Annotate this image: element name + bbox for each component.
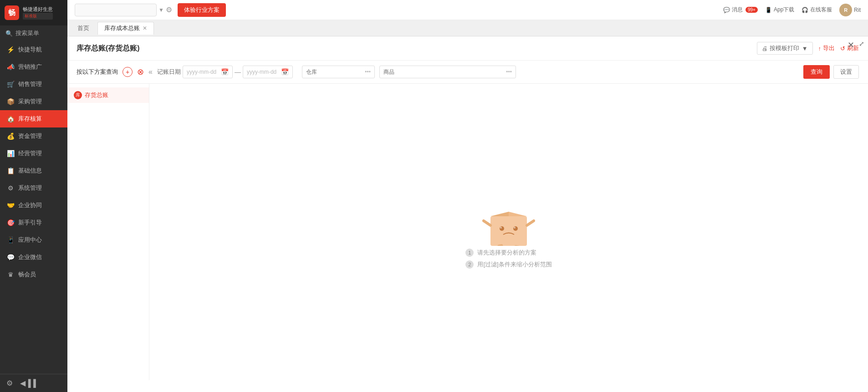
sidebar: 畅 畅捷通好生意 标准版 🔍 搜索菜单 ⚡ 快捷导航 📣 营销推广 🛒 销售管理… xyxy=(0,0,67,392)
cooperation-icon: 🤝 xyxy=(6,201,15,209)
svg-marker-2 xyxy=(509,212,527,216)
app-name: 畅捷通好生意 xyxy=(23,6,53,13)
topbar-chevron-icon[interactable]: ▼ xyxy=(158,7,164,13)
message-label: 消息 xyxy=(732,6,743,14)
finance-icon: 💰 xyxy=(6,132,15,140)
sidebar-item-inventory[interactable]: 🏠 库存核算 xyxy=(0,110,67,127)
sidebar-item-sales[interactable]: 🛒 销售管理 xyxy=(0,76,67,93)
filter-bar: 按以下方案查询 + ⊗ « 记账日期 yyyy-mm-dd 📅 — yyyy-m… xyxy=(67,61,868,84)
sidebar-item-label: 资金管理 xyxy=(18,132,42,140)
svg-point-5 xyxy=(500,227,502,229)
sidebar-bottom: ⚙ ◀▐▐ xyxy=(0,374,67,392)
industry-btn[interactable]: 体验行业方案 xyxy=(178,3,226,17)
calendar-end-icon[interactable]: 📅 xyxy=(281,68,289,76)
sidebar-item-new-guide[interactable]: 🎯 新手引导 xyxy=(0,214,67,231)
sidebar-item-label: 企业微信 xyxy=(18,253,42,261)
scheme-item-inventory-ledger[interactable]: 库 存货总账 xyxy=(67,87,149,103)
svg-marker-1 xyxy=(490,212,509,216)
date-separator: — xyxy=(235,68,241,76)
print-label: 按模板打印 xyxy=(770,44,799,52)
svg-point-3 xyxy=(500,226,504,231)
system-icon: ⚙ xyxy=(6,184,15,192)
empty-svg xyxy=(481,196,536,246)
sidebar-nav: ⚡ 快捷导航 📣 营销推广 🛒 销售管理 📦 采购管理 🏠 库存核算 💰 资金管… xyxy=(0,41,67,374)
sidebar-item-operations[interactable]: 📊 经营管理 xyxy=(0,145,67,162)
sidebar-item-label: 系统管理 xyxy=(18,184,42,192)
empty-tip-2: 2 用[过滤]条件来缩小分析范围 xyxy=(465,260,551,269)
sidebar-item-system[interactable]: ⚙ 系统管理 xyxy=(0,179,67,197)
warehouse-more-icon[interactable]: ••• xyxy=(365,69,371,75)
query-button[interactable]: 查询 xyxy=(803,65,830,79)
warehouse-filter[interactable]: 仓库 ••• xyxy=(302,66,375,78)
logo-text-area: 畅捷通好生意 标准版 xyxy=(23,6,53,20)
filter-collapse-button[interactable]: « xyxy=(148,68,153,76)
settings-button[interactable]: 设置 xyxy=(833,65,859,79)
filter-add-button[interactable]: + xyxy=(123,67,133,77)
page-expand-button[interactable]: ⤢ xyxy=(859,40,864,47)
purchase-icon: 📦 xyxy=(6,97,15,106)
sidebar-item-finance[interactable]: 💰 资金管理 xyxy=(0,127,67,145)
tab-home[interactable]: 首页 xyxy=(71,22,96,35)
date-input-group: 记账日期 yyyy-mm-dd 📅 — yyyy-mm-dd 📅 xyxy=(157,66,293,78)
sidebar-item-label: 经营管理 xyxy=(18,149,42,158)
filter-label: 按以下方案查询 xyxy=(77,68,118,76)
search-menu-label: 搜索菜单 xyxy=(15,29,39,37)
warehouse-label: 仓库 xyxy=(306,68,317,76)
online-service-label: 在线客服 xyxy=(810,6,832,14)
sidebar-item-purchase[interactable]: 📦 采购管理 xyxy=(0,93,67,110)
page-header-actions: 🖨 按模板打印 ▼ ↑ 导出 ↺ 刷新 xyxy=(757,42,859,55)
export-label: 导出 xyxy=(823,44,835,52)
sidebar-item-marketing[interactable]: 📣 营销推广 xyxy=(0,58,67,76)
svg-point-4 xyxy=(513,226,518,231)
user-name: Rit xyxy=(854,7,861,13)
tip-num-2: 2 xyxy=(465,260,474,269)
sidebar-item-label: 畅会员 xyxy=(18,270,36,279)
sidebar-item-member[interactable]: ♛ 畅会员 xyxy=(0,266,67,283)
sidebar-item-quick-nav[interactable]: ⚡ 快捷导航 xyxy=(0,41,67,58)
calendar-start-icon[interactable]: 📅 xyxy=(221,68,229,76)
product-filter[interactable]: 商品 ••• xyxy=(379,66,516,78)
tab-inventory-cost[interactable]: 库存成本总账 ✕ xyxy=(97,22,154,35)
app-download-icon: 📱 xyxy=(765,7,772,13)
tab-close-icon[interactable]: ✕ xyxy=(143,25,147,31)
topbar-search-input[interactable] xyxy=(75,4,157,16)
export-button[interactable]: ↑ 导出 xyxy=(818,44,835,52)
scheme-icon: 库 xyxy=(74,91,82,99)
sidebar-item-label: 企业协同 xyxy=(18,201,42,209)
user-item[interactable]: R Rit xyxy=(839,4,861,16)
sidebar-item-basic-info[interactable]: 📋 基础信息 xyxy=(0,162,67,179)
sidebar-item-enterprise-wx[interactable]: 💬 企业微信 xyxy=(0,249,67,266)
search-menu-item[interactable]: 🔍 搜索菜单 xyxy=(0,25,67,41)
print-button[interactable]: 🖨 按模板打印 ▼ xyxy=(757,42,813,55)
sidebar-item-label: 新手引导 xyxy=(18,219,42,227)
date-start-input[interactable]: yyyy-mm-dd 📅 xyxy=(183,66,233,78)
online-service-item[interactable]: 🎧 在线客服 xyxy=(802,6,832,14)
sidebar-item-label: 采购管理 xyxy=(18,97,42,106)
app-download-item[interactable]: 📱 App下载 xyxy=(765,6,794,14)
print-chevron-icon[interactable]: ▼ xyxy=(802,45,808,52)
sidebar-item-cooperation[interactable]: 🤝 企业协同 xyxy=(0,197,67,214)
avatar: R xyxy=(839,4,852,16)
logo-icon: 畅 xyxy=(5,5,19,20)
main-area: ▼ ⚙ 体验行业方案 💬 消息 99+ 📱 App下载 🎧 在线客服 R Rit xyxy=(67,0,868,392)
page-close-button[interactable]: ✕ xyxy=(848,40,854,50)
app-download-label: App下载 xyxy=(774,6,794,14)
date-end-input[interactable]: yyyy-mm-dd 📅 xyxy=(243,66,293,78)
topbar-gear-icon[interactable]: ⚙ xyxy=(166,5,172,14)
date-label: 记账日期 xyxy=(157,68,181,76)
search-icon: 🔍 xyxy=(5,30,13,37)
audio-bottom-icon[interactable]: ◀▐▐ xyxy=(20,379,36,387)
sidebar-item-app-center[interactable]: 📱 应用中心 xyxy=(0,231,67,249)
sidebar-item-label: 应用中心 xyxy=(18,236,42,244)
message-item[interactable]: 💬 消息 99+ xyxy=(723,6,758,14)
settings-bottom-icon[interactable]: ⚙ xyxy=(6,379,13,387)
inventory-icon: 🏠 xyxy=(6,115,15,123)
tabs-bar: 首页 库存成本总账 ✕ xyxy=(67,20,868,36)
empty-tips: 1 请先选择要分析的方案 2 用[过滤]条件来缩小分析范围 xyxy=(465,249,551,269)
operations-icon: 📊 xyxy=(6,149,15,158)
tab-inventory-cost-label: 库存成本总账 xyxy=(104,24,140,32)
product-more-icon[interactable]: ••• xyxy=(506,69,512,75)
filter-clear-button[interactable]: ⊗ xyxy=(137,67,144,77)
page-title: 库存总账(存货总账) xyxy=(77,44,140,53)
topbar-search-area: ▼ ⚙ 体验行业方案 xyxy=(75,3,720,17)
